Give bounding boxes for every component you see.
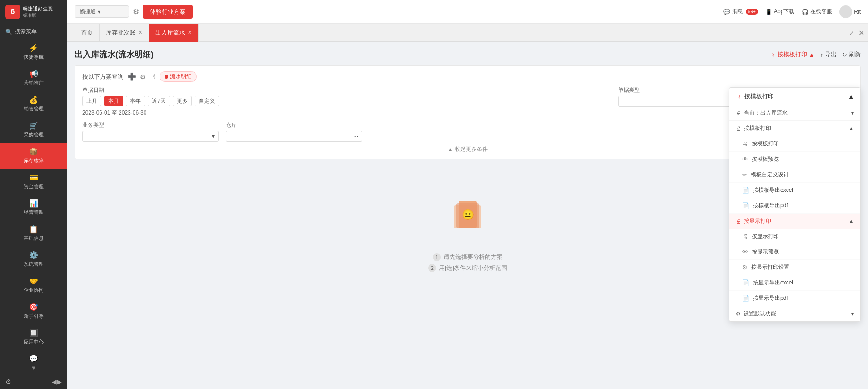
date-range-display: 2023-06-01 至 2023-06-30 — [82, 109, 219, 117]
print-dropdown-panel: 🖨 按模板打印 ▲ 🖨 当前：出入库流水 ▾ 🖨 按模板打印 ▲ — [729, 87, 861, 322]
template-excel-icon: 📄 — [742, 187, 749, 194]
sidebar-item-wechat[interactable]: 💬 企业微信 — [0, 350, 67, 362]
date-shortcut-this-month[interactable]: 本月 — [104, 96, 123, 106]
template-section-header[interactable]: 🖨 按模板打印 ▲ — [729, 121, 860, 136]
print-template-button[interactable]: 🖨 按模板打印 ▲ — [770, 50, 815, 59]
tabbar: 首页 库存批次账 ✕ 出入库流水 ✕ ⤢ ✕ — [67, 24, 868, 42]
collapse-more-button[interactable]: ▲ 收起更多条件 — [448, 145, 488, 153]
refresh-icon: ↻ — [842, 51, 847, 58]
warehouse-select[interactable]: ··· — [226, 131, 362, 142]
sidebar-item-inventory[interactable]: 📦 库存核算 — [0, 143, 67, 169]
sidebar-item-newbie[interactable]: 🎯 新手引导 — [0, 298, 67, 324]
date-shortcut-7days[interactable]: 近7天 — [148, 96, 170, 106]
wechat-icon: 💬 — [29, 354, 38, 362]
basic-icon: 📋 — [29, 225, 38, 234]
filter-date-label: 单据日期 — [82, 86, 219, 94]
filter-collapse-button[interactable]: 《 — [150, 73, 156, 81]
message-button[interactable]: 💬 消息 99+ — [723, 8, 758, 15]
dropdown-item-display-settings[interactable]: ⚙ 按显示打印设置 — [729, 260, 860, 275]
tab-flow[interactable]: 出入库流水 ✕ — [149, 24, 199, 42]
template-pdf-icon: 📄 — [742, 202, 749, 209]
app-download-button[interactable]: 📱 App下载 — [765, 8, 794, 15]
online-service-button[interactable]: 🎧 在线客服 — [802, 8, 832, 15]
filter-add-button[interactable]: ➕ — [127, 72, 136, 81]
user-avatar[interactable]: Rit — [839, 5, 861, 18]
dropdown-item-template-print[interactable]: 🖨 按模板打印 — [729, 136, 860, 152]
display-section-header[interactable]: 🖨 按显示打印 ▲ — [729, 214, 860, 229]
dropdown-item-template-pdf[interactable]: 📄 按模板导出pdf — [729, 198, 860, 214]
current-template-item[interactable]: 🖨 当前：出入库流水 ▾ — [729, 105, 860, 121]
appstore-icon: 🔲 — [29, 329, 38, 337]
template-preview-icon: 👁 — [742, 156, 748, 163]
sidebar-item-sales[interactable]: 💰 销售管理 — [0, 91, 67, 117]
display-excel-icon: 📄 — [742, 279, 749, 286]
date-shortcut-last-month[interactable]: 上月 — [82, 96, 101, 106]
date-shortcut-custom[interactable]: 自定义 — [195, 96, 219, 106]
page-content: 出入库流水(流水明细) 🖨 按模板打印 ▲ ↑ 导出 ↻ 刷新 — [67, 42, 868, 389]
page-actions: 🖨 按模板打印 ▲ ↑ 导出 ↻ 刷新 — [770, 50, 861, 59]
tab-expand-icon[interactable]: ⤢ — [849, 29, 854, 36]
filter-tag-flow-detail[interactable]: 流水明细 — [160, 71, 197, 82]
footer-settings-icon: ⚙ — [736, 311, 741, 317]
dropdown-item-template-design[interactable]: ✏ 模板自定义设计 — [729, 167, 860, 183]
dropdown-item-display-preview[interactable]: 👁 按显示预览 — [729, 244, 860, 260]
tab-batch-account[interactable]: 库存批次账 ✕ — [100, 24, 149, 42]
system-icon: ⚙️ — [29, 251, 38, 259]
sidebar-item-marketing[interactable]: 📢 营销推广 — [0, 65, 67, 91]
filter-business-label: 业务类型 — [82, 121, 219, 129]
tab-bar-close[interactable]: ✕ — [858, 28, 864, 37]
display-pdf-icon: 📄 — [742, 295, 749, 302]
topbar-left: 畅捷通 ▾ ⚙ 体验行业方案 — [75, 5, 718, 19]
topbar: 畅捷通 ▾ ⚙ 体验行业方案 💬 消息 99+ 📱 App下载 🎧 在线客服 — [67, 0, 868, 24]
dropdown-header-icon: 🖨 — [736, 93, 742, 100]
display-preview-icon: 👁 — [742, 249, 748, 255]
svg-text:😐: 😐 — [462, 209, 474, 221]
dropdown-footer[interactable]: ⚙ 设置默认功能 ▾ — [729, 306, 860, 321]
sidebar-item-appstore[interactable]: 🔲 应用中心 — [0, 324, 67, 350]
sidebar-item-collab[interactable]: 🤝 企业协同 — [0, 272, 67, 298]
dropdown-item-display-pdf[interactable]: 📄 按显示导出pdf — [729, 291, 860, 306]
purchase-icon: 🛒 — [29, 121, 38, 130]
refresh-button[interactable]: ↻ 刷新 — [842, 50, 861, 59]
export-button[interactable]: ↑ 导出 — [820, 50, 837, 59]
sidebar-item-operation[interactable]: 📊 经营管理 — [0, 194, 67, 220]
company-selector[interactable]: 畅捷通 ▾ — [75, 5, 129, 18]
topbar-right: 💬 消息 99+ 📱 App下载 🎧 在线客服 Rit — [723, 5, 861, 18]
sidebar-item-finance[interactable]: 💳 资金管理 — [0, 169, 67, 194]
filter-settings-button[interactable]: ⚙ — [140, 73, 146, 80]
message-icon: 💬 — [723, 9, 730, 15]
sidebar-item-basic[interactable]: 📋 基础信息 — [0, 220, 67, 246]
date-shortcut-this-year[interactable]: 本年 — [126, 96, 145, 106]
dropdown-item-template-preview[interactable]: 👁 按模板预览 — [729, 152, 860, 167]
date-shortcut-more[interactable]: 更多 — [173, 96, 192, 106]
newbie-icon: 🎯 — [29, 303, 38, 311]
logo-text: 畅捷通好生意 标准版 — [23, 5, 53, 18]
search-menu[interactable]: 🔍 搜索菜单 — [0, 24, 67, 39]
display-section-chevron-icon: ▲ — [848, 218, 854, 224]
sidebar-scroll-down[interactable]: ▼ — [0, 362, 67, 374]
business-type-select[interactable]: ▾ — [82, 131, 219, 142]
tab-home[interactable]: 首页 — [75, 24, 100, 42]
topbar-gear-icon[interactable]: ⚙ — [133, 7, 139, 16]
sidebar-item-purchase[interactable]: 🛒 采购管理 — [0, 117, 67, 143]
dropdown-item-display-excel[interactable]: 📄 按显示导出excel — [729, 275, 860, 291]
sidebar-nav: ⚡ 快捷导航 📢 营销推广 💰 销售管理 🛒 采购管理 📦 库存核算 💳 资金管… — [0, 39, 67, 362]
filter-business-type-item: 业务类型 ▾ — [82, 121, 219, 142]
settings-button[interactable]: ⚙ — [5, 378, 11, 385]
display-section-icon: 🖨 — [736, 218, 741, 224]
dropdown-item-display-print[interactable]: 🖨 按显示打印 — [729, 229, 860, 244]
filter-tag-dot — [165, 75, 168, 79]
sidebar-item-quick-nav[interactable]: ⚡ 快捷导航 — [0, 39, 67, 65]
template-print-icon: 🖨 — [742, 140, 748, 147]
dropdown-item-template-excel[interactable]: 📄 按模板导出excel — [729, 183, 860, 198]
download-icon: 📱 — [765, 9, 772, 15]
page-header: 出入库流水(流水明细) 🖨 按模板打印 ▲ ↑ 导出 ↻ 刷新 — [75, 49, 861, 60]
sidebar-item-system[interactable]: ⚙️ 系统管理 — [0, 246, 67, 272]
sidebar: 6 畅捷通好生意 标准版 🔍 搜索菜单 ⚡ 快捷导航 📢 营销推广 💰 销售管理… — [0, 0, 67, 389]
logo-area: 6 畅捷通好生意 标准版 — [0, 0, 67, 24]
avatar-image — [839, 5, 852, 18]
trial-button[interactable]: 体验行业方案 — [143, 5, 193, 19]
tab-batch-account-close[interactable]: ✕ — [138, 30, 142, 35]
tab-flow-close[interactable]: ✕ — [188, 30, 192, 35]
collapse-button[interactable]: ◀▶ — [52, 378, 62, 385]
